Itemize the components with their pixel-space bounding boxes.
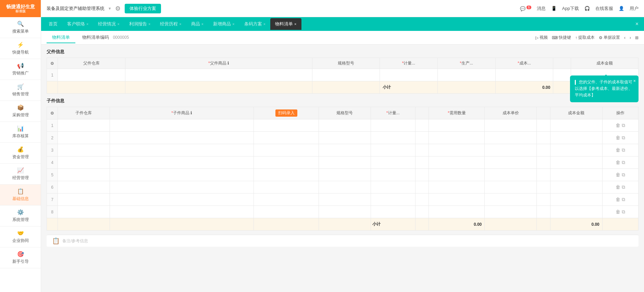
copy-icon-4[interactable]: ⧉ bbox=[622, 160, 625, 165]
sub-tab-list[interactable]: 物料清单 bbox=[47, 32, 75, 43]
expand-icon[interactable]: ⊞ bbox=[635, 35, 639, 40]
child-cell-unitcost-3[interactable] bbox=[485, 144, 537, 156]
child-cell-unit-7[interactable] bbox=[371, 194, 415, 206]
sidebar-item-新手引导[interactable]: 🎯新手引导 bbox=[0, 247, 41, 268]
child-cell-unitcost-8[interactable] bbox=[485, 206, 537, 218]
sidebar-item-采购管理[interactable]: 📦采购管理 bbox=[0, 101, 41, 122]
child-cell-scan-4[interactable] bbox=[254, 156, 319, 169]
delete-icon-5[interactable]: 🗑 bbox=[616, 172, 620, 178]
child-cell-scan-2[interactable] bbox=[254, 132, 319, 144]
topbar-settings-icon[interactable]: ⚙ bbox=[115, 5, 121, 12]
tab-close-2[interactable]: × bbox=[117, 22, 119, 26]
child-cell-unitcost-7[interactable] bbox=[485, 194, 537, 206]
delete-icon-3[interactable]: 🗑 bbox=[616, 147, 620, 153]
child-cell-product-6[interactable] bbox=[110, 181, 254, 194]
child-cell-unit-2[interactable] bbox=[371, 132, 415, 144]
child-cell-scan-1[interactable] bbox=[254, 119, 319, 132]
parent-cell-unit-1[interactable] bbox=[380, 69, 437, 81]
child-cell-spec-3[interactable] bbox=[319, 144, 371, 156]
sidebar-item-资金管理[interactable]: 💰资金管理 bbox=[0, 143, 41, 164]
child-cell-unit-3[interactable] bbox=[371, 144, 415, 156]
child-cell-warehouse-4[interactable] bbox=[58, 156, 110, 169]
tab-close-3[interactable]: × bbox=[148, 22, 150, 26]
tabs-close-all[interactable]: × bbox=[633, 21, 641, 27]
nav-tab-3[interactable]: 利润报告 × bbox=[124, 18, 155, 30]
copy-icon-3[interactable]: ⧉ bbox=[622, 147, 625, 153]
child-cell-qty-4[interactable] bbox=[429, 156, 485, 169]
action-extract-cost[interactable]: ↑ 提取成本 bbox=[575, 35, 595, 40]
child-cell-product-4[interactable] bbox=[110, 156, 254, 169]
delete-icon-8[interactable]: 🗑 bbox=[616, 209, 620, 215]
child-cell-warehouse-3[interactable] bbox=[58, 144, 110, 156]
parent-cell-produce-1[interactable] bbox=[437, 69, 495, 81]
child-cell-warehouse-6[interactable] bbox=[58, 181, 110, 194]
experience-btn[interactable]: 体验行业方案 bbox=[125, 4, 161, 13]
user-label[interactable]: 用户 bbox=[630, 5, 639, 12]
child-cell-warehouse-7[interactable] bbox=[58, 194, 110, 206]
child-cell-unit-5[interactable] bbox=[371, 169, 415, 181]
child-cell-spec-7[interactable] bbox=[319, 194, 371, 206]
child-cell-unit-8[interactable] bbox=[371, 206, 415, 218]
sidebar-item-销售管理[interactable]: 🛒销售管理 bbox=[0, 80, 41, 101]
child-cell-unitcost-1[interactable] bbox=[485, 119, 537, 132]
child-cell-spec-5[interactable] bbox=[319, 169, 371, 181]
child-cell-qty-7[interactable] bbox=[429, 194, 485, 206]
child-cell-scan-3[interactable] bbox=[254, 144, 319, 156]
delete-icon-6[interactable]: 🗑 bbox=[616, 184, 620, 190]
child-cell-qty-3[interactable] bbox=[429, 144, 485, 156]
child-cell-unitcost-5[interactable] bbox=[485, 169, 537, 181]
child-cell-qty-6[interactable] bbox=[429, 181, 485, 194]
child-cell-scan-6[interactable] bbox=[254, 181, 319, 194]
tab-close-1[interactable]: × bbox=[86, 22, 88, 26]
child-cell-qty-5[interactable] bbox=[429, 169, 485, 181]
copy-icon-2[interactable]: ⧉ bbox=[622, 135, 625, 141]
sidebar-item-经营管理[interactable]: 📈经营管理 bbox=[0, 164, 41, 185]
child-cell-qty-8[interactable] bbox=[429, 206, 485, 218]
copy-icon-8[interactable]: ⧉ bbox=[622, 209, 625, 215]
nav-tab-1[interactable]: 客户联络 × bbox=[62, 18, 93, 30]
child-cell-warehouse-5[interactable] bbox=[58, 169, 110, 181]
copy-icon-6[interactable]: ⧉ bbox=[622, 184, 625, 190]
child-cell-product-1[interactable] bbox=[110, 119, 254, 132]
sidebar-item-搜索菜单[interactable]: 🔍搜索菜单 bbox=[0, 17, 41, 38]
child-cell-scan-8[interactable] bbox=[254, 206, 319, 218]
nav-tab-8[interactable]: 物料清单 × bbox=[270, 18, 301, 30]
sidebar-item-系统管理[interactable]: ⚙️系统管理 bbox=[0, 206, 41, 226]
child-cell-unit-1[interactable] bbox=[371, 119, 415, 132]
sidebar-item-基础信息[interactable]: 📋基础信息 bbox=[0, 185, 41, 206]
child-cell-product-7[interactable] bbox=[110, 194, 254, 206]
parent-cell-cost-1[interactable] bbox=[495, 69, 553, 81]
delete-icon-4[interactable]: 🗑 bbox=[616, 160, 620, 165]
nav-next-icon[interactable]: › bbox=[630, 35, 631, 40]
sub-tab-code[interactable]: 物料清单编码 0000005 bbox=[77, 32, 134, 43]
child-cell-scan-5[interactable] bbox=[254, 169, 319, 181]
child-cell-unitcost-4[interactable] bbox=[485, 156, 537, 169]
tab-close-7[interactable]: × bbox=[263, 22, 265, 26]
tab-close-6[interactable]: × bbox=[232, 22, 234, 26]
msg-icon[interactable]: 💬 6 bbox=[520, 5, 531, 11]
nav-tab-6[interactable]: 新增商品 × bbox=[208, 18, 239, 30]
nav-tab-0[interactable]: 首页 bbox=[44, 18, 62, 30]
child-cell-warehouse-8[interactable] bbox=[58, 206, 110, 218]
tab-close-5[interactable]: × bbox=[201, 22, 203, 26]
topbar-dropdown-icon[interactable]: ▾ bbox=[109, 6, 111, 11]
scan-btn[interactable]: 扫码录入 bbox=[275, 109, 297, 117]
parent-cell-product-1[interactable] bbox=[125, 69, 312, 81]
tab-close-4[interactable]: × bbox=[179, 22, 181, 26]
msg-label[interactable]: 消息 bbox=[537, 5, 546, 12]
parent-cell-warehouse-1[interactable] bbox=[58, 69, 125, 81]
copy-icon-7[interactable]: ⧉ bbox=[622, 197, 625, 202]
parent-cell-spec-1[interactable] bbox=[312, 69, 380, 81]
action-video[interactable]: ▷ 视频 bbox=[535, 35, 548, 40]
child-cell-spec-1[interactable] bbox=[319, 119, 371, 132]
child-cell-unit-6[interactable] bbox=[371, 181, 415, 194]
copy-icon-5[interactable]: ⧉ bbox=[622, 172, 625, 178]
child-cell-product-5[interactable] bbox=[110, 169, 254, 181]
copy-icon-1[interactable]: ⧉ bbox=[622, 122, 625, 128]
sidebar-item-营销推广[interactable]: 📢营销推广 bbox=[0, 59, 41, 80]
child-cell-warehouse-1[interactable] bbox=[58, 119, 110, 132]
sidebar-item-库存核算[interactable]: 📊库存核算 bbox=[0, 122, 41, 143]
child-cell-qty-1[interactable] bbox=[429, 119, 485, 132]
tab-close-8[interactable]: × bbox=[294, 22, 296, 26]
sidebar-item-企业协同[interactable]: 🤝企业协同 bbox=[0, 226, 41, 247]
